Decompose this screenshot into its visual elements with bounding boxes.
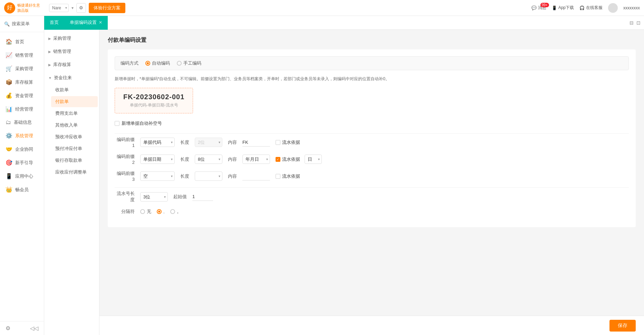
prefix2-select[interactable]: 单据日期 [140,155,175,164]
length2-select[interactable]: 8位 [195,155,222,164]
bottom-bar: 保存 [99,316,644,335]
apps-icon: 📱 [6,173,12,179]
prefix1-select[interactable]: 单据代码 [140,138,175,147]
content3-input[interactable] [242,172,270,180]
manual-encode-radio[interactable]: 手工编码 [177,60,201,66]
page-content: 付款单编码设置 编码方式 自动编码 手工编码 [99,30,644,316]
serial-row: 流水号长度 3位 起始值 [115,190,629,203]
manual-encode-circle [177,61,182,66]
industry-button[interactable]: 体验行业方案 [89,3,125,13]
stream1-checkbox[interactable] [276,140,280,145]
stream2-wrap: 流水依据 日 [276,155,322,164]
sub-menu-item-expense[interactable]: 费用支出单 [51,108,98,119]
content2-select[interactable]: 年月日 [242,155,270,164]
save-button[interactable]: 保存 [609,320,636,332]
length1-select[interactable]: 2位 [195,138,222,147]
auto-fill-checkbox[interactable] [115,121,119,126]
sidebar-item-basics[interactable]: 🗂 基础信息 [0,116,44,129]
system-icon: ⚙️ [6,132,12,139]
auto-encode-radio[interactable]: 自动编码 [145,60,170,66]
message-btn[interactable]: 💬 消息 99+ [531,5,546,11]
sub-menu-item-adjust[interactable]: 应收应付调整单 [51,167,98,178]
sub-menu-item-receipt[interactable]: 收款单 [51,84,98,95]
sidebar-item-system[interactable]: ⚙️ 系统管理 [0,129,44,142]
content1-input[interactable] [242,138,270,147]
avatar[interactable] [608,3,618,13]
online-service-btn[interactable]: 🎧 在线客服 [579,5,603,11]
sub-menu-item-bank[interactable]: 银行存取款单 [51,155,98,166]
collapse-icon[interactable]: ◁◁ [30,325,38,332]
stream1-label: 流水依据 [282,139,300,146]
search-menu-btn[interactable]: 🔍 搜索菜单 [3,19,41,28]
serial-length-select[interactable]: 3位 [140,192,168,202]
tab-encode-settings[interactable]: 单据编码设置 ✕ [64,16,108,30]
sidebar-nav: 🏠 首页 📈 销售管理 🛒 采购管理 📦 库存核算 💰 资金管理 📊 经 [0,32,44,321]
user-name[interactable]: xxxxxxxx [623,6,640,10]
sub-menu-item-payment[interactable]: 付款单 [51,96,98,107]
auto-fill-label: 新增单据自动补空号 [122,120,162,127]
sidebar-item-member[interactable]: 👑 畅会员 [0,183,44,196]
topbar: 好 畅捷通好生意 旗品版 Nare ▾ ⚙ 体验行业方案 💬 消息 99+ 📱 … [0,0,644,16]
search-icon: 🔍 [4,21,10,27]
sidebar-item-enterprise[interactable]: 🤝 企业协同 [0,142,44,156]
length2-label: 长度 [180,156,189,162]
settings-bottom-icon[interactable]: ⚙ [6,325,10,332]
sidebar-item-operations[interactable]: 📊 经营管理 [0,102,44,116]
tab-close-icon[interactable]: ✕ [99,20,102,25]
encode-method-row: 编码方式 自动编码 手工编码 [115,56,629,70]
serial-length-select-wrap: 3位 [140,192,168,202]
day-select[interactable]: 日 [305,155,322,164]
tab-maximize-icon[interactable]: ⊡ [636,20,641,26]
sep-none-radio[interactable]: 无 [140,208,151,215]
company-selector-wrap: Nare [49,4,69,12]
sidebar: 🔍 搜索菜单 🏠 首页 📈 销售管理 🛒 采购管理 📦 库存核算 💰 [0,16,44,335]
tab-home[interactable]: 首页 [44,16,64,30]
company-selector[interactable]: Nare [49,4,69,12]
stream2-checkbox[interactable] [276,157,280,162]
sub-menu-header-inventory[interactable]: ▶ 库存核算 [44,59,99,71]
length3-select[interactable] [195,171,222,181]
sidebar-item-purchase[interactable]: 🛒 采购管理 [0,62,44,75]
separator-row: 分隔符 无 . 。 [115,208,629,215]
start-value-input[interactable] [192,193,213,201]
settings-icon-btn[interactable]: ⚙ [76,3,86,13]
sub-menu-item-prepay-receivable[interactable]: 预收冲应收单 [51,131,98,142]
tab-minimize-icon[interactable]: ⊟ [629,20,634,26]
prefix3-select[interactable]: 空 [140,171,175,181]
logo-icon: 好 [4,2,15,13]
member-icon: 👑 [6,186,12,193]
sub-menu-item-prepay-payable[interactable]: 预付冲应付单 [51,143,98,154]
length1-label: 长度 [180,139,189,146]
length3-select-wrap [195,171,222,181]
content2-label: 内容 [228,156,237,162]
sub-menu-header-capital[interactable]: ▼ 资金往来 [44,72,99,84]
stream3-checkbox[interactable] [276,174,280,179]
sep-other-circle [170,209,175,214]
sidebar-search: 🔍 搜索菜单 [0,16,44,32]
purchase-icon: 🛒 [6,65,12,72]
sub-sidebar: ▶ 采购管理 ▶ 销售管理 ▶ 库存核算 [44,30,99,335]
sidebar-item-apps[interactable]: 📱 应用中心 [0,169,44,183]
sep-dot-radio[interactable]: . [157,209,165,214]
sub-menu-header-sales[interactable]: ▶ 销售管理 [44,46,99,57]
prefix2-select-wrap: 单据日期 [140,155,175,164]
topbar-middle: Nare ▾ ⚙ 体验行业方案 [49,3,528,13]
length1-select-wrap: 2位 [195,138,222,147]
sub-menu-item-other-income[interactable]: 其他收入单 [51,120,98,131]
sidebar-item-guide[interactable]: 🎯 新手引导 [0,156,44,169]
arrow-right-icon-3: ▶ [48,63,51,67]
sidebar-item-sales[interactable]: 📈 销售管理 [0,48,44,62]
main-area: 首页 单据编码设置 ✕ ⊟ ⊡ ▶ 采购管理 [44,16,644,335]
prefix3-label: 编码前缀3 [115,170,135,182]
sidebar-item-home[interactable]: 🏠 首页 [0,35,44,48]
stream2-label: 流水依据 [282,156,300,162]
start-value-label: 起始值 [173,194,187,200]
sub-menu-header-purchase[interactable]: ▶ 采购管理 [44,32,99,44]
app-download-btn[interactable]: 📱 App下载 [552,5,574,11]
topbar-right: 💬 消息 99+ 📱 App下载 🎧 在线客服 xxxxxxxx [531,3,640,13]
divider-2 [115,187,629,188]
arrow-right-icon-2: ▶ [48,50,51,54]
sidebar-item-finance[interactable]: 💰 资金管理 [0,89,44,102]
sep-other-radio[interactable]: 。 [170,208,181,215]
sidebar-item-inventory[interactable]: 📦 库存核算 [0,75,44,89]
